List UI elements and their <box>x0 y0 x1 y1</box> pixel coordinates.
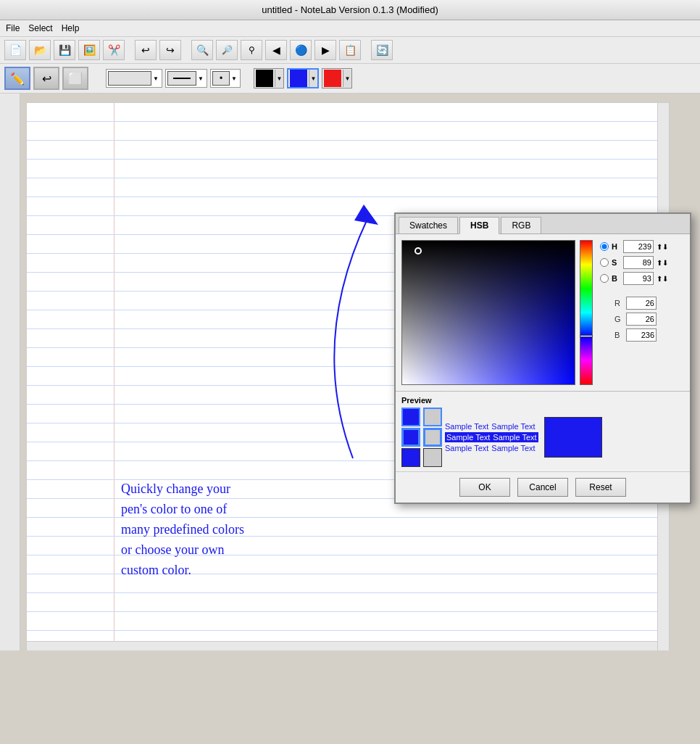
app-title: untitled - NoteLab Version 0.1.3 (Modifi… <box>262 4 438 15</box>
g-row: G <box>600 313 668 326</box>
main-toolbar: 📄 📂 💾 🖼️ ✂️ ↩ ↪ 🔍 🔎 ⚲ ◀ 🔵 ▶ 📋 🔄 <box>0 37 700 64</box>
preview-text-2b: Sample Text <box>493 433 536 442</box>
preview-content: Sample Text Sample Text Sample Text Samp… <box>401 408 684 467</box>
zoom-out-button[interactable]: 🔎 <box>216 40 238 60</box>
tab-rgb[interactable]: RGB <box>501 217 541 233</box>
color-picker-dialog: Swatches HSB RGB <box>394 212 691 504</box>
preview-text-1a: Sample Text <box>445 422 488 431</box>
lasso-tool-button[interactable]: ↩ <box>33 67 59 90</box>
preview-row-3: Sample Text Sample Text <box>445 444 538 452</box>
undo-button[interactable]: ↩ <box>135 40 157 60</box>
s-label: S <box>612 258 620 267</box>
b-input[interactable] <box>623 272 654 285</box>
stroke-style-selector[interactable]: ▼ <box>106 69 162 88</box>
preview-text-3b: Sample Text <box>491 444 535 452</box>
open-button[interactable]: 📂 <box>29 40 51 60</box>
new-button[interactable]: 📄 <box>4 40 26 60</box>
stroke-end-selector[interactable]: • ▼ <box>210 69 241 88</box>
b2-label: B <box>614 331 623 339</box>
preview-swatches-mid <box>423 408 442 467</box>
notebook-container: Quickly change your pen's color to one o… <box>20 96 672 648</box>
dialog-tabs: Swatches HSB RGB <box>396 214 690 234</box>
title-bar: untitled - NoteLab Version 0.1.3 (Modifi… <box>0 0 700 20</box>
preview-text-3a: Sample Text <box>445 444 488 452</box>
menu-file[interactable]: File <box>6 23 20 33</box>
handwritten-line-3: many predefined colors <box>121 519 411 540</box>
s-spinner[interactable]: ⬆⬇ <box>657 259 668 267</box>
dialog-buttons: OK Cancel Reset <box>396 471 690 503</box>
b-row: B ⬆⬇ <box>600 272 668 285</box>
back-button[interactable]: ◀ <box>265 40 287 60</box>
hsb-rgb-controls: H ⬆⬇ S ⬆⬇ B <box>600 240 668 385</box>
preview-swatch-5[interactable] <box>423 428 442 447</box>
handwritten-line-1: Quickly change your <box>121 479 411 499</box>
reset-button[interactable]: Reset <box>575 478 626 497</box>
save-button[interactable]: 💾 <box>54 40 75 60</box>
b-label: B <box>612 274 620 283</box>
preview-color-block <box>544 417 602 458</box>
preview-swatch-4[interactable] <box>423 408 442 426</box>
handwritten-line-5: custom color. <box>121 560 411 580</box>
ok-button[interactable]: OK <box>459 478 510 497</box>
r-input[interactable] <box>626 297 657 310</box>
h-spinner[interactable]: ⬆⬇ <box>657 243 668 251</box>
preview-label: Preview <box>401 396 684 405</box>
b-spinner[interactable]: ⬆⬇ <box>657 275 668 283</box>
handwritten-line-4: or choose your own <box>121 540 411 560</box>
pen-color-black-selector[interactable]: ▼ <box>254 68 284 88</box>
preview-swatch-2[interactable] <box>401 428 420 447</box>
preview-section: Preview S <box>396 391 690 471</box>
refresh-button[interactable]: 🔄 <box>371 40 393 60</box>
hue-indicator <box>580 335 593 337</box>
gradient-cursor <box>414 247 422 255</box>
preview-row-1: Sample Text Sample Text <box>445 422 538 431</box>
eraser-tool-button[interactable]: ⬜ <box>62 67 88 90</box>
preview-swatch-3[interactable] <box>401 448 420 467</box>
r-row: R <box>600 297 668 310</box>
hue-slider[interactable] <box>580 240 593 385</box>
preview-swatch-1[interactable] <box>401 408 420 426</box>
h-label: H <box>612 242 620 251</box>
tab-swatches[interactable]: Swatches <box>399 217 458 233</box>
s-input[interactable] <box>623 256 654 269</box>
pen-tool-button[interactable]: ✏️ <box>4 67 30 90</box>
cut-button[interactable]: ✂️ <box>103 40 125 60</box>
menu-bar: File Select Help <box>0 20 700 37</box>
g-input[interactable] <box>626 313 657 326</box>
export-button[interactable]: 🖼️ <box>78 40 100 60</box>
h-input[interactable] <box>623 240 654 253</box>
b2-row: B <box>600 328 668 342</box>
tab-hsb[interactable]: HSB <box>459 217 499 234</box>
main-area: Quickly change your pen's color to one o… <box>0 94 700 650</box>
menu-help[interactable]: Help <box>62 23 80 33</box>
h-row: H ⬆⬇ <box>600 240 668 253</box>
left-strip <box>0 94 20 650</box>
clipboard-button[interactable]: 📋 <box>339 40 361 60</box>
redo-button[interactable]: ↪ <box>159 40 181 60</box>
s-row: S ⬆⬇ <box>600 256 668 269</box>
handwritten-annotation: Quickly change your pen's color to one o… <box>121 479 411 580</box>
preview-text-2a: Sample Text <box>446 433 490 442</box>
color-picker-area: H ⬆⬇ S ⬆⬇ B <box>401 240 684 385</box>
g-label: G <box>614 315 623 323</box>
forward-button[interactable]: ▶ <box>314 40 336 60</box>
hue-gradient <box>580 241 592 384</box>
zoom-fit-button[interactable]: ⚲ <box>241 40 262 60</box>
h-radio[interactable] <box>600 242 609 251</box>
pen-color-blue-selector[interactable]: ▼ <box>287 68 319 88</box>
preview-swatch-6[interactable] <box>423 448 442 467</box>
home-button[interactable]: 🔵 <box>290 40 312 60</box>
handwritten-line-2: pen's color to one of <box>121 499 411 519</box>
color-gradient-canvas[interactable] <box>401 240 575 385</box>
zoom-in-button[interactable]: 🔍 <box>191 40 213 60</box>
pen-color-red-selector[interactable]: ▼ <box>322 68 352 88</box>
b-radio[interactable] <box>600 274 609 283</box>
b2-input[interactable] <box>626 328 657 342</box>
cancel-button[interactable]: Cancel <box>517 478 568 497</box>
r-label: R <box>614 299 623 307</box>
menu-select[interactable]: Select <box>28 23 52 33</box>
preview-text-column: Sample Text Sample Text Sample Text Samp… <box>445 422 538 452</box>
horizontal-scrollbar[interactable] <box>27 641 657 650</box>
s-radio[interactable] <box>600 258 609 267</box>
stroke-size-selector[interactable]: ▼ <box>165 69 207 88</box>
